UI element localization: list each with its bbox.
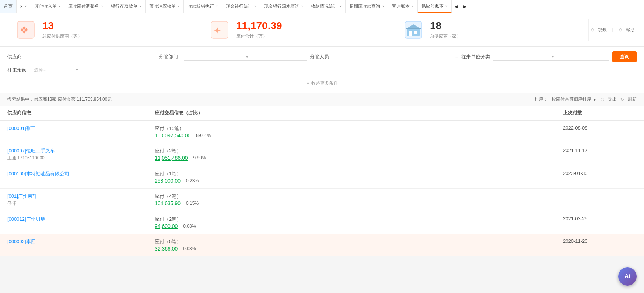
tx-info-5: 应付（5笔） 32,366.00 0.03% xyxy=(155,238,563,252)
nav-tab-other-income-close[interactable]: × xyxy=(59,4,61,8)
nav-tab-cash-bank-flow[interactable]: 现金银行流水查询 × xyxy=(260,0,308,13)
nav-arrow-right[interactable]: ▶ xyxy=(461,0,469,13)
refresh-icon: ↻ xyxy=(620,97,624,102)
last-pay-2: 2023-01-30 xyxy=(563,170,637,176)
supplier-info-5: [000002]李四 xyxy=(7,238,155,245)
nav-tab-3[interactable]: 3 × xyxy=(17,0,31,13)
supplier-link-3[interactable]: [001]广州荣轩 xyxy=(7,193,37,199)
table-container: 供应商信息 应付交易信息（占比） 上次付数 [000001]张三 应付（15笔）… xyxy=(0,106,644,256)
collapse-bar[interactable]: ∧ 收起更多条件 xyxy=(7,78,637,89)
tx-amount-1[interactable]: 11,051,486.00 xyxy=(155,155,188,161)
category-select-wrapper[interactable]: ▼ xyxy=(493,53,610,61)
nav-tab-customer-ledger-label: 客户账本 xyxy=(392,3,410,10)
stat-payable-value: 11,170.39 xyxy=(236,20,282,32)
nav-tab-overdue-receivable[interactable]: 超期应收款查询 × xyxy=(346,0,388,13)
filter-supplier-label: 供应商 xyxy=(7,54,29,60)
supplier-info-2: [000100]本特勤油品有限公司 xyxy=(7,170,155,177)
stat-payable-label: 应付合计（万） xyxy=(236,33,282,39)
help-link[interactable]: 帮助 xyxy=(626,27,635,33)
filter-dept: 分管部门 ▼ xyxy=(159,53,307,61)
supplier-ellipsis-icon[interactable]: ··· xyxy=(152,55,155,59)
nav-tab-overdue-receivable-close[interactable]: × xyxy=(382,4,384,8)
tx-row-4: 94,600.00 0.08% xyxy=(155,223,563,229)
supplier-link-5[interactable]: [000002]李四 xyxy=(7,239,36,244)
nav-tab-ar-ap-adjust[interactable]: 应收应付调整单 × xyxy=(64,0,107,13)
table-row: [000100]本特勤油品有限公司 应付（1笔） 258,000.00 0.23… xyxy=(0,166,644,189)
nav-tab-overdue-receivable-label: 超期应收款查询 xyxy=(349,3,380,10)
nav-tab-supplier-ledger[interactable]: 供应商账本 × xyxy=(418,0,452,13)
tx-amount-5[interactable]: 32,366.00 xyxy=(155,246,178,252)
last-pay-4: 2021-03-25 xyxy=(563,216,637,221)
supplier-link-1[interactable]: [000007]恒旺二手叉车 xyxy=(7,148,55,154)
tx-label-5: 应付（5笔） xyxy=(155,238,563,245)
nav-tab-ar-ap-adjust-label: 应收应付调整单 xyxy=(68,3,99,10)
nav-arrow-left[interactable]: ◀ xyxy=(452,0,461,13)
nav-tab-cash-bank-flow-label: 现金银行流水查询 xyxy=(264,3,300,10)
supplier-info-0: [000001]张三 xyxy=(7,125,155,132)
tx-row-5: 32,366.00 0.03% xyxy=(155,246,563,252)
svg-rect-5 xyxy=(407,28,420,36)
supplier-link-2[interactable]: [000100]本特勤油品有限公司 xyxy=(7,171,69,176)
nav-tab-bank-deposit-close[interactable]: × xyxy=(139,4,141,8)
tx-percent-3: 0.15% xyxy=(186,201,199,206)
tx-amount-4[interactable]: 94,600.00 xyxy=(155,223,178,229)
stat-total-suppliers-content: 18 总供应商（家） xyxy=(430,20,461,39)
nav-tab-collection-stats-close[interactable]: × xyxy=(339,4,342,8)
sort-button[interactable]: 按应付余额倒序排序 ▼ xyxy=(552,96,597,103)
last-pay-5: 2020-11-20 xyxy=(563,238,637,244)
tx-amount-3[interactable]: 164,635.90 xyxy=(155,200,181,206)
nav-tab-cash-bank-stats-close[interactable]: × xyxy=(254,4,256,8)
supplier-link-0[interactable]: [000001]张三 xyxy=(7,125,36,131)
nav-tab-collection-verify[interactable]: 收款核销执行 × xyxy=(184,0,222,13)
filter-person-label: 分管人员 xyxy=(310,54,332,60)
sort-label: 排序： xyxy=(535,96,548,103)
nav-tab-advance-receivable[interactable]: 预收冲应收单 × xyxy=(146,0,184,13)
tx-amount-2[interactable]: 258,000.00 xyxy=(155,178,181,184)
dept-dropdown-arrow: ▼ xyxy=(245,55,305,59)
export-button[interactable]: 导出 xyxy=(608,96,617,103)
dept-select-wrapper[interactable]: ▼ xyxy=(184,53,307,61)
nav-tab-customer-ledger-close[interactable]: × xyxy=(412,4,414,8)
help-icon: ⊙ xyxy=(619,27,622,32)
nav-tab-collection-verify-close[interactable]: × xyxy=(216,4,218,8)
tx-info-0: 应付（15笔） 100,092,540.00 89.61% xyxy=(155,125,563,138)
nav-tab-cash-bank-stats[interactable]: 现金银行统计 × xyxy=(222,0,260,13)
nav-tab-3-label: 3 xyxy=(20,4,23,9)
person-input[interactable] xyxy=(335,52,455,61)
nav-tab-supplier-ledger-close[interactable]: × xyxy=(445,4,448,8)
balance-dropdown-arrow: ▼ xyxy=(75,68,116,72)
tx-percent-4: 0.08% xyxy=(183,224,196,229)
nav-tab-bank-deposit[interactable]: 银行存取款单 × xyxy=(107,0,146,13)
stat-total-payable-content: 11,170.39 应付合计（万） xyxy=(236,20,282,39)
tx-amount-0[interactable]: 100,092,540.00 xyxy=(155,132,190,138)
nav-tab-other-income-label: 其他收入单 xyxy=(35,3,57,10)
last-pay-0: 2022-08-08 xyxy=(563,125,637,131)
nav-tab-other-income[interactable]: 其他收入单 × xyxy=(31,0,65,13)
nav-tab-advance-receivable-close[interactable]: × xyxy=(178,4,180,8)
nav-tab-bank-deposit-label: 银行存取款单 xyxy=(111,3,137,10)
nav-tab-cash-bank-flow-close[interactable]: × xyxy=(301,4,304,8)
nav-tab-home[interactable]: 首页 xyxy=(0,0,17,13)
nav-tab-collection-stats[interactable]: 收款情况统计 × xyxy=(307,0,346,13)
header-stats: ❖ 13 总应付供应商（家） ✦ 11,170.39 应付合计（万） xyxy=(0,13,644,47)
video-link[interactable]: 视频 xyxy=(598,27,607,33)
query-button[interactable]: 查询 xyxy=(612,51,637,62)
filter-category-label: 往来单位分类 xyxy=(461,54,490,60)
col-tx-info: 应付交易信息（占比） xyxy=(155,110,563,116)
refresh-button[interactable]: 刷新 xyxy=(628,96,637,103)
sort-value: 按应付余额倒序排序 xyxy=(552,96,591,103)
tx-percent-0: 89.61% xyxy=(196,133,211,138)
filter-dept-label: 分管部门 xyxy=(159,54,181,60)
supplier-input[interactable] xyxy=(32,52,152,61)
stat-total-ap-suppliers: ❖ 13 总应付供应商（家） xyxy=(7,19,201,41)
nav-tab-ar-ap-adjust-close[interactable]: × xyxy=(101,4,103,8)
store-icon xyxy=(402,19,424,41)
person-ellipsis-icon[interactable]: ··· xyxy=(455,55,458,59)
tx-info-3: 应付（4笔） 164,635.90 0.15% xyxy=(155,193,563,206)
balance-select-wrapper[interactable]: 选择... ▼ xyxy=(32,65,118,75)
supplier-input-wrapper: ··· xyxy=(32,52,156,61)
filter-category: 往来单位分类 ▼ xyxy=(461,53,610,61)
supplier-link-4[interactable]: [000012]广州贝瑞 xyxy=(7,216,45,222)
nav-tab-3-close[interactable]: × xyxy=(25,4,27,8)
nav-tab-customer-ledger[interactable]: 客户账本 × xyxy=(388,0,418,13)
